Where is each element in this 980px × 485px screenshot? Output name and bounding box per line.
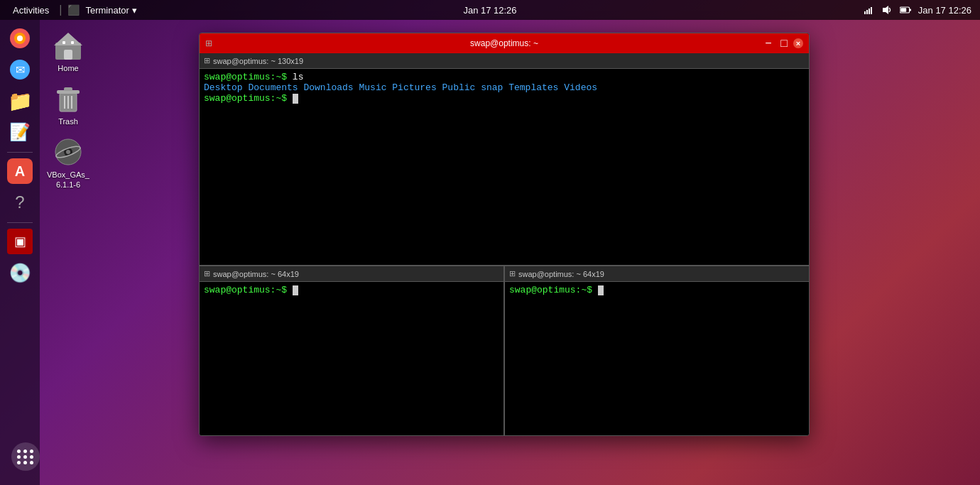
pane-br-content[interactable]: swap@optimus:~$ xyxy=(505,282,809,435)
pane-bottom-left-tabbar: ⊞ swap@optimus: ~ 64x19 xyxy=(200,266,503,282)
prompt-2: swap@optimus:~$ xyxy=(204,93,293,104)
topbar-datetime-label: Jan 17 12:26 xyxy=(918,5,971,16)
home-label: Home xyxy=(58,64,78,73)
cursor-1 xyxy=(293,94,298,104)
dock-item-dvd[interactable]: 💿 xyxy=(2,260,38,287)
pane-bl-content[interactable]: swap@optimus:~$ xyxy=(200,282,503,435)
dock-item-software[interactable]: A xyxy=(2,158,38,185)
prompt-1: swap@optimus:~$ xyxy=(204,72,293,82)
terminal-window: ⊞ swap@optimus: ~ − □ × ⊞ swap@optimus: … xyxy=(199,33,810,436)
dir-Documents: Documents xyxy=(248,82,298,93)
svg-rect-3 xyxy=(871,7,872,14)
desktop-icons: Home Trash VBox_GAs_6.1.1-6 xyxy=(43,26,94,192)
dir-Pictures: Pictures xyxy=(392,82,436,93)
svg-rect-2 xyxy=(869,9,870,14)
prompt-bl: swap@optimus:~$ xyxy=(204,285,293,295)
svg-marker-4 xyxy=(883,6,888,14)
terminal-pane-bottom-right[interactable]: ⊞ swap@optimus: ~ 64x19 swap@optimus:~$ xyxy=(505,266,809,435)
terminal-titlebar: ⊞ swap@optimus: ~ − □ × xyxy=(200,33,809,53)
terminal-pane-top[interactable]: ⊞ swap@optimus: ~ 130x19 swap@optimus:~$… xyxy=(200,53,809,266)
dock-item-files[interactable]: 📁 xyxy=(2,88,38,115)
prompt-br: swap@optimus:~$ xyxy=(509,285,598,295)
grid-dots-icon xyxy=(17,449,34,464)
topbar-right: Jan 17 12:26 xyxy=(863,4,971,16)
show-applications-button[interactable] xyxy=(11,442,40,471)
terminal-window-controls: − □ × xyxy=(762,37,803,50)
topbar: Activities | ⬛ Terminator ▾ Jan 17 12:26… xyxy=(0,0,980,20)
minimize-button[interactable]: − xyxy=(762,37,775,50)
svg-rect-0 xyxy=(864,11,866,14)
topbar-app-icon: ⬛ xyxy=(67,4,80,16)
svg-rect-6 xyxy=(909,9,910,11)
desktop-icon-vboxgas[interactable]: VBox_GAs_6.1.1-6 xyxy=(43,132,94,192)
topbar-app-label: Terminator xyxy=(85,5,129,16)
pane-bl-tab-label: swap@optimus: ~ 64x19 xyxy=(213,270,299,278)
topbar-app-dropdown-icon: ▾ xyxy=(132,5,137,16)
pane-top-tab-icon: ⊞ xyxy=(204,56,210,65)
terminal-left-controls: ⊞ xyxy=(205,38,212,48)
terminal-line-3: swap@optimus:~$ xyxy=(204,93,805,104)
pane-top-content[interactable]: swap@optimus:~$ ls Desktop Documents Dow… xyxy=(200,69,809,265)
pane-br-tab-label: swap@optimus: ~ 64x19 xyxy=(518,270,604,278)
dir-Downloads: Downloads xyxy=(303,82,353,93)
svg-rect-7 xyxy=(900,8,906,12)
dir-Templates: Templates xyxy=(508,82,558,93)
dock-divider-2 xyxy=(7,222,33,223)
network-icon[interactable] xyxy=(863,4,874,16)
close-button[interactable]: × xyxy=(793,38,803,48)
svg-point-27 xyxy=(66,150,70,154)
sound-icon[interactable] xyxy=(881,4,893,16)
terminal-pane-bottom-left[interactable]: ⊞ swap@optimus: ~ 64x19 swap@optimus:~$ xyxy=(200,266,505,435)
dock-divider xyxy=(7,152,33,153)
svg-rect-1 xyxy=(866,10,868,14)
dock: ✉ 📁 📝 A ? ▣ 💿 xyxy=(0,20,40,485)
maximize-button[interactable]: □ xyxy=(778,37,790,50)
activities-button[interactable]: Activities xyxy=(9,4,53,17)
cursor-br xyxy=(598,285,604,295)
terminal-drag-icon: ⊞ xyxy=(205,38,212,48)
dir-Videos: Videos xyxy=(564,82,597,93)
svg-marker-14 xyxy=(54,33,82,45)
svg-rect-20 xyxy=(64,87,72,91)
dir-Desktop: Desktop xyxy=(204,82,243,93)
desktop-icon-home[interactable]: Home xyxy=(43,26,94,76)
vboxgas-label: VBox_GAs_6.1.1-6 xyxy=(45,170,91,189)
dock-item-writer[interactable]: 📝 xyxy=(2,119,38,146)
cursor-bl xyxy=(293,285,298,295)
dock-item-terminator[interactable]: ▣ xyxy=(2,229,38,256)
topbar-separator: | xyxy=(59,4,62,16)
topbar-app-menu[interactable]: ⬛ Terminator ▾ xyxy=(67,4,136,16)
svg-rect-16 xyxy=(62,41,65,44)
svg-rect-17 xyxy=(71,41,74,44)
terminal-bl-prompt-line: swap@optimus:~$ xyxy=(204,285,499,295)
pane-top-tab-label: swap@optimus: ~ 130x19 xyxy=(213,57,303,65)
terminal-br-prompt-line: swap@optimus:~$ xyxy=(509,285,805,295)
svg-rect-15 xyxy=(64,50,72,60)
trash-label: Trash xyxy=(58,117,78,126)
terminal-panes-bottom: ⊞ swap@optimus: ~ 64x19 swap@optimus:~$ … xyxy=(200,266,809,435)
dock-item-help[interactable]: ? xyxy=(2,190,38,217)
svg-text:✉: ✉ xyxy=(16,64,25,76)
svg-point-10 xyxy=(17,36,23,41)
pane-br-tab-icon: ⊞ xyxy=(509,269,516,278)
pane-top-tabbar: ⊞ swap@optimus: ~ 130x19 xyxy=(200,53,809,69)
trash-icon xyxy=(51,82,85,116)
dir-snap: snap xyxy=(481,82,503,93)
pane-bl-tab-icon: ⊞ xyxy=(204,269,210,278)
home-icon xyxy=(51,28,85,62)
topbar-left: Activities | ⬛ Terminator ▾ xyxy=(9,4,137,17)
terminal-title: swap@optimus: ~ xyxy=(470,38,538,48)
terminal-line-2: Desktop Documents Downloads Music Pictur… xyxy=(204,82,805,93)
pane-bottom-right-tabbar: ⊞ swap@optimus: ~ 64x19 xyxy=(505,266,809,282)
terminal-panes: ⊞ swap@optimus: ~ 130x19 swap@optimus:~$… xyxy=(200,53,809,435)
dir-Public: Public xyxy=(442,82,476,93)
cmd-1: ls xyxy=(293,72,304,82)
dock-item-firefox[interactable] xyxy=(2,26,38,53)
topbar-datetime: Jan 17 12:26 xyxy=(463,5,516,16)
dir-Music: Music xyxy=(359,82,386,93)
dock-item-thunderbird[interactable]: ✉ xyxy=(2,57,38,84)
terminal-line-1: swap@optimus:~$ ls xyxy=(204,72,805,82)
vboxgas-icon xyxy=(51,135,85,169)
battery-icon[interactable] xyxy=(900,4,911,16)
desktop-icon-trash[interactable]: Trash xyxy=(43,79,94,129)
